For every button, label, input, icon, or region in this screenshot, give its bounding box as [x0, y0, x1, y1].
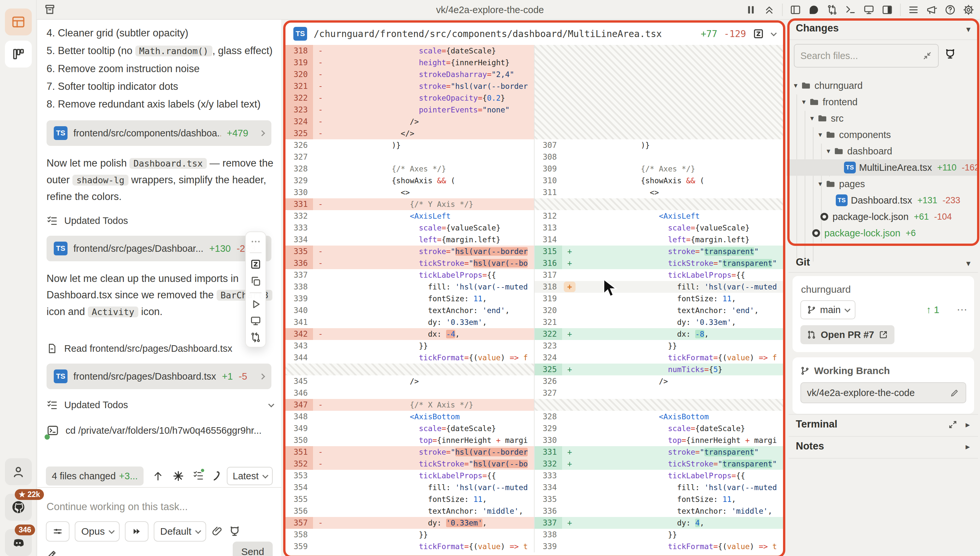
diff-marker[interactable]: [562, 423, 577, 435]
menu-icon[interactable]: [908, 4, 919, 15]
line-number[interactable]: 333: [286, 222, 313, 234]
diff-marker[interactable]: [313, 163, 328, 175]
diff-marker[interactable]: [313, 493, 328, 505]
diff-marker[interactable]: [313, 151, 328, 163]
diff-file-path[interactable]: /churnguard/frontend/src/components/dash…: [314, 29, 694, 39]
arrow-up-icon[interactable]: [152, 470, 164, 482]
diff-marker[interactable]: [562, 493, 577, 505]
updated-todos-row[interactable]: Updated Todos: [47, 213, 273, 228]
diff-marker[interactable]: [313, 352, 328, 364]
diff-marker[interactable]: [562, 139, 577, 151]
line-number[interactable]: 325: [534, 364, 562, 375]
line-number[interactable]: 359: [286, 541, 313, 553]
diff-marker[interactable]: [562, 375, 577, 387]
line-number[interactable]: 326: [286, 139, 313, 151]
line-number[interactable]: 357: [286, 517, 313, 529]
diff-marker[interactable]: -: [313, 328, 328, 340]
line-number[interactable]: 327: [534, 387, 562, 399]
panel-left-icon[interactable]: [790, 4, 801, 15]
diff-marker[interactable]: -: [313, 458, 328, 470]
ahead-count[interactable]: ↑ 1: [926, 304, 940, 315]
tree-folder-churnguard[interactable]: ▾churnguard: [786, 78, 979, 94]
line-number[interactable]: 337: [286, 269, 313, 281]
diff-marker[interactable]: [313, 505, 328, 517]
attach-icon[interactable]: [211, 525, 223, 537]
line-number[interactable]: 338: [534, 529, 562, 541]
diff-marker[interactable]: [562, 305, 577, 316]
line-number[interactable]: 338: [286, 281, 313, 293]
diff-marker[interactable]: [313, 293, 328, 305]
model-dropdown[interactable]: Opus: [75, 521, 119, 541]
diff-marker[interactable]: [562, 234, 577, 246]
diff-marker[interactable]: [562, 293, 577, 305]
line-number[interactable]: 326: [534, 375, 562, 387]
file-change-chip[interactable]: TSfrontend/src/components/dashboa...+479: [47, 120, 271, 146]
line-number[interactable]: 334: [286, 234, 313, 246]
diff-marker[interactable]: [313, 281, 328, 293]
line-number[interactable]: 342: [286, 328, 313, 340]
diff-marker[interactable]: [313, 423, 328, 435]
tree-folder-pages[interactable]: ▾pages: [786, 176, 979, 192]
tree-file-package-lock.json[interactable]: package-lock.json+6: [786, 225, 979, 241]
latest-version-dropdown[interactable]: Latest: [227, 467, 273, 485]
terminal-icon[interactable]: [845, 4, 856, 15]
gear-icon[interactable]: [963, 4, 974, 15]
changes-section-title[interactable]: Changes: [796, 22, 839, 34]
line-number[interactable]: 336: [286, 257, 313, 269]
line-number[interactable]: 341: [286, 316, 313, 328]
diff-marker[interactable]: -: [313, 399, 328, 411]
read-file-row[interactable]: Read frontend/src/pages/Dashboard.tsx: [47, 341, 273, 356]
line-number[interactable]: 349: [286, 423, 313, 435]
line-number[interactable]: 310: [534, 175, 562, 186]
diff-pane-old[interactable]: 318- scale={dateScale}319- height={inner…: [286, 45, 534, 553]
diff-view-icon[interactable]: [752, 28, 764, 40]
line-number[interactable]: 354: [286, 482, 313, 493]
diff-marker[interactable]: [313, 316, 328, 328]
line-number[interactable]: 351: [286, 446, 313, 458]
branch-dropdown[interactable]: main: [801, 300, 856, 319]
expand-terminal-icon[interactable]: [948, 420, 958, 430]
line-number[interactable]: 309: [534, 163, 562, 175]
diff-marker[interactable]: [313, 305, 328, 316]
line-number[interactable]: 335: [534, 493, 562, 505]
line-number[interactable]: 322: [286, 92, 313, 104]
line-number[interactable]: 314: [534, 234, 562, 246]
highlighter-icon[interactable]: [45, 549, 58, 556]
panel-right-icon[interactable]: [882, 4, 893, 15]
chat-bubble-icon[interactable]: [808, 4, 819, 15]
line-number[interactable]: 317: [534, 269, 562, 281]
line-number[interactable]: 320: [534, 305, 562, 316]
tree-file-MultiLineArea.tsx[interactable]: TSMultiLineArea.tsx+110-162: [786, 159, 979, 176]
files-changed-chip[interactable]: 4 files changed +3...: [46, 467, 144, 485]
diff-marker[interactable]: [313, 234, 328, 246]
line-number[interactable]: 330: [286, 186, 313, 198]
line-number[interactable]: 335: [286, 246, 313, 257]
fast-forward-button[interactable]: [125, 521, 149, 541]
line-number[interactable]: 337: [534, 517, 562, 529]
diff-marker[interactable]: -: [313, 128, 328, 139]
line-number[interactable]: 328: [534, 411, 562, 423]
line-number[interactable]: 355: [286, 493, 313, 505]
folder-expand-chevron[interactable]: ▾: [819, 179, 822, 188]
diff-marker[interactable]: [562, 269, 577, 281]
line-number[interactable]: 352: [286, 458, 313, 470]
diff-marker[interactable]: -: [313, 446, 328, 458]
mode-dropdown[interactable]: Default: [154, 521, 206, 541]
chevrons-up-icon[interactable]: [764, 4, 775, 15]
megaphone-icon[interactable]: [926, 4, 937, 15]
tree-file-Dashboard.tsx[interactable]: TSDashboard.tsx+131-233: [786, 192, 979, 208]
diff-marker[interactable]: [313, 541, 328, 553]
diff-marker[interactable]: -: [313, 246, 328, 257]
diff-marker[interactable]: -: [313, 517, 328, 529]
board-view-button[interactable]: [5, 40, 32, 68]
diff-marker[interactable]: [562, 411, 577, 423]
git-compare-icon[interactable]: [827, 4, 838, 15]
line-number[interactable]: 321: [286, 80, 313, 92]
line-number[interactable]: 328: [286, 163, 313, 175]
line-number[interactable]: 324: [286, 116, 313, 128]
composer-input[interactable]: Continue working on this task...: [47, 501, 188, 513]
pencil-icon[interactable]: [950, 388, 960, 398]
diff-marker[interactable]: [562, 470, 577, 482]
git-collapse-icon[interactable]: ▾: [966, 258, 970, 268]
diff-marker[interactable]: -: [313, 198, 328, 210]
